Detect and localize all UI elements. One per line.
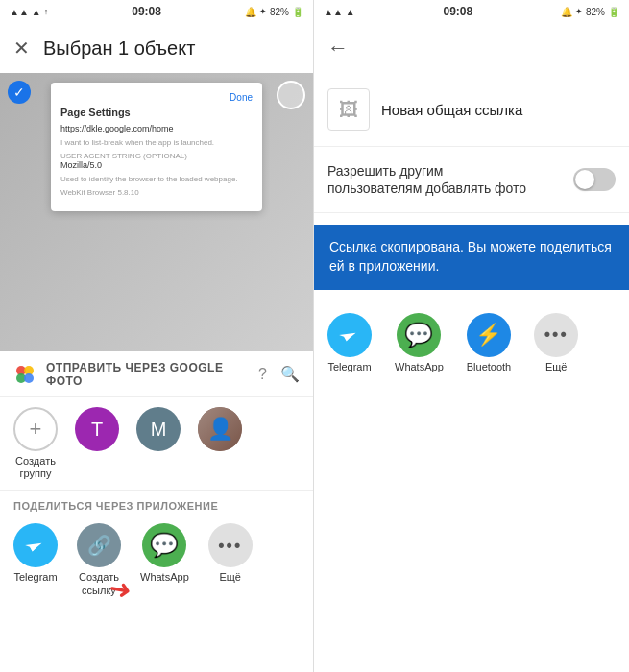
thumb-row-2: I want to list-break when the app is lau… [60,138,253,147]
bottom-bluetooth-label: Bluetooth [467,361,511,372]
new-link-label: Новая общая ссылка [381,102,522,118]
page-title-left: Выбран 1 объект [43,37,300,60]
thumb-webkit: WebKit Browser 5.8.10 [60,188,253,197]
bt-icon-left: ✦ [259,7,267,16]
bottom-more-dots: ••• [544,324,569,345]
right-panel: ▲▲ ▲ 09:08 🔔 ✦ 82% 🔋 ← 🖼 Новая общая ссы… [314,0,629,672]
question-icon[interactable]: ? [258,366,267,383]
signal-bars-left: ▲▲ [10,7,29,17]
share-more[interactable]: ••• Ещё [208,523,253,584]
bottom-telegram-label: Telegram [327,361,371,372]
right-icons-right: 🔔 ✦ 82% 🔋 [561,7,619,17]
google-photos-bar[interactable]: ОТПРАВИТЬ ЧЕРЕЗ GOOGLE ФОТО ? 🔍 [0,351,313,397]
thumb-ua-value: Mozilla/5.0 [60,160,253,170]
google-photos-icon [13,363,36,386]
share-telegram[interactable]: Telegram [13,523,58,584]
back-button[interactable]: ← [327,36,349,60]
bottom-share-row: Telegram 💬 WhatsApp ⚡ Bluetooth ••• Ещё [314,301,629,384]
chain-icon: 🔗 [87,534,111,557]
blue-banner-text: Ссылка скопирована. Вы можете поделиться… [329,239,612,274]
share-create-link[interactable]: 🔗 Создатьссылку ➜ [77,523,121,596]
thumb-row-3: USER AGENT STRING (OPTIONAL) Mozilla/5.0 [60,152,253,170]
more-icon: ••• [208,523,253,567]
toggle-row: Разрешить другим пользователям добавлять… [314,147,629,213]
thumb-row-4: Used to identify the browser to the load… [60,175,253,183]
circle-button[interactable] [277,81,305,109]
bottom-more[interactable]: ••• Ещё [534,313,578,372]
arrow-icon-left: ↑ [44,7,49,16]
done-label: Done [60,92,253,103]
top-bar-right: ← [314,23,629,73]
bottom-bluetooth-icon: ⚡ [467,313,511,357]
contact-m[interactable]: M [136,407,181,455]
bottom-telegram[interactable]: Telegram [327,313,372,372]
whatsapp-label: WhatsApp [140,571,189,584]
thumb-desc: I want to list-break when the app is lau… [60,138,253,147]
thumbnail-icon: 🖼 [339,99,358,121]
more-label: Ещё [219,571,241,584]
telegram-label: Telegram [13,571,57,584]
thumb-row-1: https://dkle.google.com/home [60,124,253,133]
link-thumbnail: 🖼 [327,88,370,131]
close-button[interactable]: ✕ [13,36,30,60]
selection-checkmark: ✓ [8,81,31,104]
wifi-icon-left: ▲ [32,7,41,17]
bottom-whatsapp[interactable]: 💬 WhatsApp [395,313,444,372]
blue-banner: Ссылка скопирована. Вы можете поделиться… [314,225,629,289]
contact-photo[interactable]: 👤 [198,407,242,455]
bottom-more-label: Ещё [545,361,568,372]
create-group-item[interactable]: + Создатьгруппу [13,407,58,480]
toggle-label-text: Разрешить другим пользователям добавлять… [327,162,539,197]
screenshot-inner: Done Page Settings https://dkle.google.c… [0,73,313,351]
avatar-t: T [75,407,119,451]
bottom-more-icon: ••• [534,313,578,357]
bluetooth-glyph: ⚡ [475,323,501,348]
thumb-url: https://dkle.google.com/home [60,124,253,133]
battery-label-right: 82% [586,7,605,17]
time-left: 09:08 [132,5,161,18]
share-whatsapp[interactable]: 💬 WhatsApp [140,523,189,584]
bottom-whatsapp-glyph: 💬 [404,322,433,348]
thumb-title: Page Settings [60,107,253,118]
thumb-ua-label: USER AGENT STRING (OPTIONAL) [60,152,253,160]
google-photos-text: ОТПРАВИТЬ ЧЕРЕЗ GOOGLE ФОТО [46,361,249,388]
bottom-telegram-icon [327,313,372,357]
bottom-whatsapp-icon: 💬 [397,313,441,357]
thumb-row-5: WebKit Browser 5.8.10 [60,188,253,197]
avatar-photo: 👤 [198,407,242,451]
screenshot-area: Done Page Settings https://dkle.google.c… [0,73,313,351]
thumb-ua-desc: Used to identify the browser to the load… [60,175,253,183]
avatar-m: M [136,407,181,451]
shared-link-section: 🖼 Новая общая ссылка [314,73,629,147]
signal-bars-right: ▲▲ [324,7,343,17]
bell-icon-left: 🔔 [245,7,256,17]
status-bar-right: ▲▲ ▲ 09:08 🔔 ✦ 82% 🔋 [314,0,629,23]
left-panel: ▲▲ ▲ ↑ 09:08 🔔 ✦ 82% 🔋 ✕ Выбран 1 объект… [0,0,314,672]
toggle-switch[interactable] [573,168,616,191]
whatsapp-icon: 💬 [142,523,186,567]
battery-icon-right: 🔋 [608,7,619,17]
signal-icons-right: ▲▲ ▲ [324,7,355,17]
right-icons-left: 🔔 ✦ 82% 🔋 [245,7,303,17]
bottom-whatsapp-label: WhatsApp [395,361,444,372]
share-section-label: ПОДЕЛИТЬСЯ ЧЕРЕЗ ПРИЛОЖЕНИЕ [0,491,313,517]
battery-label-left: 82% [270,7,289,17]
whatsapp-glyph: 💬 [150,532,179,559]
more-dots: ••• [218,536,242,556]
top-bar-left: ✕ Выбран 1 объект [0,23,313,73]
status-bar-left: ▲▲ ▲ ↑ 09:08 🔔 ✦ 82% 🔋 [0,0,313,23]
bottom-bluetooth[interactable]: ⚡ Bluetooth [467,313,511,372]
create-group-label: Создатьгруппу [15,455,56,480]
screenshot-thumb: Done Page Settings https://dkle.google.c… [51,83,262,211]
link-icon: 🔗 [77,523,121,567]
svg-point-3 [24,373,34,383]
telegram-icon [13,523,58,567]
create-link-label: Создатьссылку [79,571,119,596]
wifi-icon-right: ▲ [346,7,355,17]
contact-t[interactable]: T [75,407,119,455]
add-group-button[interactable]: + [13,407,58,451]
bell-icon-right: 🔔 [561,7,572,17]
time-right: 09:08 [443,5,472,18]
share-apps-row: Telegram 🔗 Создатьссылку ➜ 💬 WhatsApp ••… [0,517,313,602]
search-icon[interactable]: 🔍 [280,365,300,383]
